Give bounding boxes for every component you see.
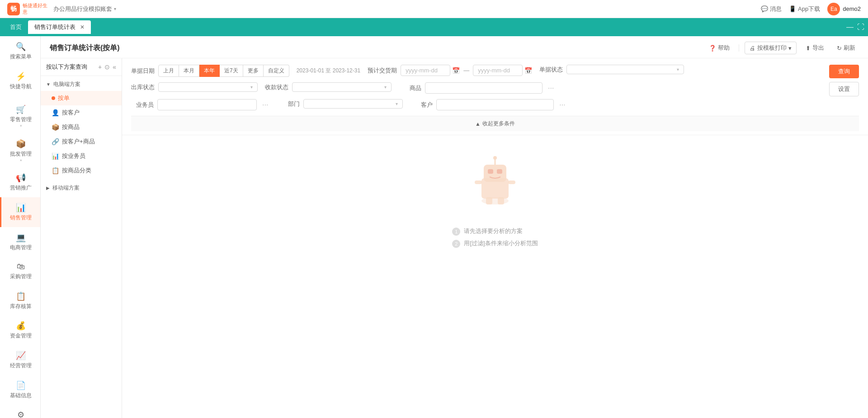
filter-section: 单据日期 上月 本月 本年 近7天 更多 自定义 — [122, 58, 868, 135]
sidebar-item-purchase[interactable]: 🛍 采购管理 — [0, 256, 40, 286]
app-download-button[interactable]: 📱 App下载 — [789, 5, 820, 13]
settings-button[interactable]: 设置 — [829, 82, 859, 96]
query-button[interactable]: 查询 — [829, 65, 859, 78]
customer-more-btn[interactable]: ··· — [557, 101, 567, 109]
collapse-bar[interactable]: ▲ 收起更多条件 — [131, 116, 859, 131]
scheme-collapse-button[interactable]: « — [113, 63, 116, 71]
filter-row-2: 出库状态 ▾ 收款状态 — [131, 82, 822, 94]
sidebar-item-label: 资金管理 — [10, 332, 32, 340]
top-bar-left: 畅 畅捷通好生意 办公用品行业模拟账套 ▾ — [7, 3, 116, 15]
sidebar-item-operations[interactable]: 📈 经营管理 — [0, 345, 40, 375]
sidebar-item-label: 电商管理 — [10, 244, 32, 252]
system-icon: ⚙ — [17, 410, 24, 418]
scheme-item-label: 按客户+商品 — [62, 138, 95, 146]
product-input[interactable] — [425, 82, 542, 94]
expected-delivery-start[interactable] — [401, 65, 450, 76]
out-status-select[interactable]: ▾ — [158, 82, 258, 92]
category-icon: 📋 — [52, 167, 59, 174]
product-icon: 📦 — [52, 124, 59, 131]
refresh-button[interactable]: ↻ 刷新 — [833, 42, 859, 54]
sidebar-item-finance[interactable]: 💰 资金管理 — [0, 315, 40, 345]
print-icon: 🖨 — [750, 45, 755, 52]
svg-rect-9 — [486, 197, 492, 204]
sidebar-item-sales[interactable]: 📊 销售管理 — [0, 197, 40, 227]
print-template-button[interactable]: 🖨 按模板打印 ▾ — [745, 42, 797, 54]
step-num-2: 2 — [452, 240, 460, 248]
svg-point-6 — [493, 156, 497, 160]
maximize-icon[interactable]: ⛶ — [857, 23, 864, 31]
chevron-right-icon: ▶ — [46, 185, 50, 190]
sidebar-item-label: 采购管理 — [10, 273, 32, 280]
customer-input[interactable] — [436, 99, 554, 110]
filter-fields: 单据日期 上月 本月 本年 近7天 更多 自定义 — [131, 65, 822, 116]
scheme-item-label: 按商品 — [62, 123, 80, 131]
filter-item-product: 商品 ··· — [399, 82, 556, 94]
scheme-item-by-prod-category[interactable]: 📋 按商品分类 — [41, 163, 122, 178]
sidebar-item-label: 库存核算 — [10, 303, 32, 310]
basic-info-icon: 📄 — [16, 380, 26, 390]
inventory-icon: 📋 — [16, 291, 26, 301]
date-this-year-btn[interactable]: 本年 — [199, 65, 220, 77]
scheme-item-label: 按业务员 — [62, 152, 85, 160]
ecom-icon: 💻 — [16, 233, 26, 242]
date-7days-btn[interactable]: 近7天 — [220, 65, 243, 77]
bill-status-select[interactable]: ▾ — [566, 65, 684, 74]
sidebar-item-marketing[interactable]: 📢 营销推广 — [0, 167, 40, 197]
sidebar-item-wholesale[interactable]: 📦 批发管理 ▴ — [0, 133, 40, 168]
print-label: 按模板打印 — [757, 44, 787, 52]
scheme-item-by-product[interactable]: 📦 按商品 — [41, 120, 122, 134]
message-button[interactable]: 💬 消息 — [761, 5, 782, 13]
filter-item-salesperson: 业务员 ··· — [131, 99, 270, 110]
svg-rect-8 — [508, 180, 515, 184]
svg-rect-10 — [498, 197, 504, 204]
sidebar-item-basic-info[interactable]: 📄 基础信息 — [0, 375, 40, 405]
query-buttons: 查询 设置 — [822, 65, 859, 96]
scheme-item-by-customer[interactable]: 👤 按客户 — [41, 105, 122, 120]
date-this-month-btn[interactable]: 本月 — [179, 65, 199, 77]
product-more-btn[interactable]: ··· — [546, 84, 556, 92]
scheme-group-pc-header[interactable]: ▼ 电脑端方案 — [41, 78, 122, 91]
tab-close-icon[interactable]: ✕ — [80, 24, 85, 30]
chevron-down-icon: ▾ — [250, 85, 253, 90]
sidebar-item-search-menu[interactable]: 🔍 搜索菜单 — [0, 36, 40, 66]
empty-illustration — [468, 153, 522, 216]
sidebar-item-inventory[interactable]: 📋 库存核算 — [0, 286, 40, 316]
main-layout: 🔍 搜索菜单 ⚡ 快捷导航 🛒 零售管理 ▾ 📦 批发管理 ▴ 📢 营销推广 📊… — [0, 36, 868, 418]
svg-rect-2 — [484, 165, 506, 182]
sidebar-item-quick-nav[interactable]: ⚡ 快捷导航 — [0, 66, 40, 96]
sidebar-item-label: 经营管理 — [10, 362, 32, 370]
app-selector[interactable]: 办公用品行业模拟账套 ▾ — [53, 5, 116, 13]
scheme-item-by-cust-prod[interactable]: 🔗 按客户+商品 — [41, 134, 122, 149]
filter-item-department: 部门 ▾ — [277, 99, 403, 109]
salesperson-input[interactable] — [157, 99, 257, 110]
scheme-group-mobile-header[interactable]: ▶ 移动端方案 — [41, 181, 122, 195]
user-profile[interactable]: Ea demo2 — [827, 3, 861, 15]
scheme-panel-actions: + ⊙ « — [98, 63, 116, 71]
payment-status-select[interactable]: ▾ — [292, 82, 392, 92]
date-custom-btn[interactable]: 自定义 — [264, 65, 289, 77]
salesperson-icon: 📊 — [52, 152, 59, 160]
cust-prod-icon: 🔗 — [52, 138, 59, 145]
filter-item-payment-status: 收款状态 ▾ — [265, 82, 392, 92]
sidebar-item-retail[interactable]: 🛒 零售管理 ▾ — [0, 99, 40, 133]
calendar-icon-2: 📅 — [524, 67, 532, 74]
scheme-item-by-order[interactable]: 按单 — [41, 91, 122, 105]
export-button[interactable]: ⬆ 导出 — [802, 42, 828, 54]
date-last-month-btn[interactable]: 上月 — [158, 65, 179, 77]
sales-icon: 📊 — [16, 203, 26, 213]
tab-sales-stat[interactable]: 销售订单统计表 ✕ — [28, 20, 91, 34]
department-select[interactable]: ▾ — [303, 99, 403, 109]
scheme-add-button[interactable]: + — [98, 63, 102, 71]
expected-delivery-end[interactable] — [473, 65, 523, 76]
sidebar-item-ecom[interactable]: 💻 电商管理 — [0, 227, 40, 257]
quick-nav-icon: ⚡ — [16, 71, 26, 81]
customer-icon: 👤 — [52, 109, 59, 116]
scheme-item-by-salesperson[interactable]: 📊 按业务员 — [41, 149, 122, 163]
date-more-btn[interactable]: 更多 — [243, 65, 264, 77]
scheme-settings-button[interactable]: ⊙ — [104, 63, 110, 71]
help-button[interactable]: ❓ 帮助 — [705, 42, 733, 54]
minimize-icon[interactable]: — — [846, 23, 854, 31]
tab-home[interactable]: 首页 — [4, 20, 28, 34]
salesperson-more-btn[interactable]: ··· — [260, 101, 270, 109]
sidebar-item-system[interactable]: ⚙ 系统管理 — [0, 404, 40, 418]
